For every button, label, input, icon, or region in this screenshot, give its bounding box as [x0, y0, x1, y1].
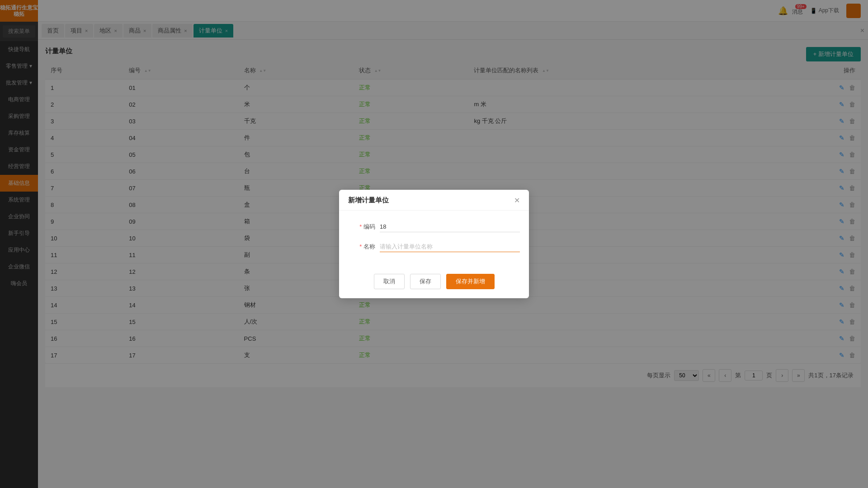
name-label: * 名称: [348, 243, 375, 251]
code-input[interactable]: [380, 221, 520, 232]
modal-title: 新增计量单位: [348, 196, 389, 205]
cancel-button[interactable]: 取消: [374, 274, 405, 289]
save-button[interactable]: 保存: [410, 274, 441, 289]
required-star: *: [359, 223, 362, 230]
modal-footer: 取消 保存 保存并新增: [339, 268, 529, 298]
modal-close-button[interactable]: ✕: [514, 196, 520, 205]
name-input[interactable]: [380, 241, 520, 252]
form-row-code: * 编码: [348, 221, 520, 232]
modal-overlay[interactable]: 新增计量单位 ✕ * 编码 * 名称 取消 保存 保存并新增: [0, 0, 868, 488]
save-and-new-button[interactable]: 保存并新增: [446, 274, 495, 289]
add-unit-modal: 新增计量单位 ✕ * 编码 * 名称 取消 保存 保存并新增: [339, 190, 529, 298]
modal-header: 新增计量单位 ✕: [339, 190, 529, 211]
required-star: *: [359, 243, 362, 250]
form-row-name: * 名称: [348, 241, 520, 252]
code-label: * 编码: [348, 223, 375, 231]
modal-body: * 编码 * 名称: [339, 211, 529, 268]
